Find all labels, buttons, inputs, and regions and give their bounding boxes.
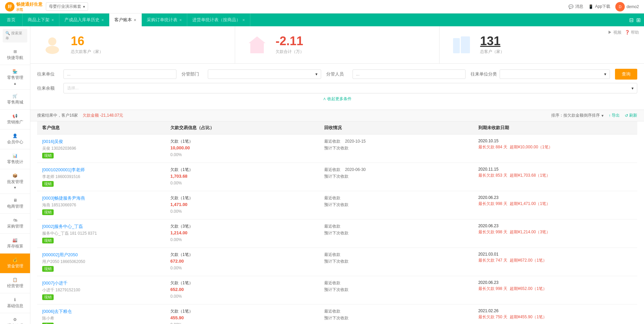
recovery-cell-3: 最近收款 预计下次收款 xyxy=(324,195,478,208)
brand-name: 畅捷通好生意 示范 xyxy=(16,1,43,12)
sidebar-item-quick-nav[interactable]: ⊞ 快捷导航 xyxy=(0,45,30,65)
tab-purchase-stats[interactable]: 进货单统计表（按商品） ✕ xyxy=(187,13,250,26)
next-payment-3: 预计下次收款 xyxy=(324,202,478,208)
result-bar: 搜索结果中，客户16家 欠款金额 -21,148.07元 排序：按欠款金额倒序排… xyxy=(30,110,644,121)
tab-goods-on-off[interactable]: 商品上下架 ✕ xyxy=(23,13,59,26)
dept-select[interactable]: ▾ xyxy=(208,69,321,79)
table-area: 客户信息 欠款交易信息（占比） 回收情况 到期未收款日期 [0016]吴俊 吴俊… xyxy=(30,121,644,324)
ecommerce-icon: 🖥 xyxy=(13,198,17,203)
recovery-cell-4: 最近收款 预计下次收款 xyxy=(324,224,478,236)
sidebar-item-marketing[interactable]: 📢 营销推广 xyxy=(0,110,30,129)
tab-purchase-close[interactable]: ✕ xyxy=(179,18,182,22)
sidebar-item-base-info[interactable]: ℹ 基础信息 xyxy=(0,293,30,313)
recovery-cell-7: 最近收款 预计下次收款 xyxy=(324,308,478,321)
debt-amount-icon xyxy=(245,33,269,57)
member-label: 会员中心 xyxy=(7,139,23,145)
latest-payment-5: 最近收款 xyxy=(324,252,478,258)
export-label: 导出 xyxy=(612,113,620,118)
due-date-1: 2020.10.15 xyxy=(478,139,632,143)
customer-cell-1: [0016]吴俊 吴俊 13026203696 现销 xyxy=(42,139,170,158)
sidebar-item-inventory[interactable]: 🏭 库存核算 xyxy=(0,234,30,254)
customer-name-1[interactable]: [0016]吴俊 xyxy=(42,139,170,145)
sidebar-item-member[interactable]: 👤 会员中心 xyxy=(0,129,30,149)
recovery-cell-2: 最近收款 2020-06-30 预计下次收款 xyxy=(324,167,478,179)
sidebar-item-wholesale[interactable]: 📦 批发管理 ▼ xyxy=(0,169,30,194)
customer-tag-4: 现销 xyxy=(42,238,54,243)
customer-name-2[interactable]: [00010200001]李老师 xyxy=(42,167,170,173)
sort-selector[interactable]: 排序：按欠款金额倒序排序 ▾ xyxy=(551,113,604,118)
biz-mgmt-icon: 📋 xyxy=(12,277,18,282)
tab-fullscreen-icon[interactable]: ⊞ xyxy=(636,17,641,23)
person-input[interactable]: ... xyxy=(353,69,466,79)
app-download-label: App下载 xyxy=(595,4,610,9)
sidebar-item-biz-mgmt[interactable]: 📋 经营管理 xyxy=(0,273,30,293)
total-customers-number: 131 xyxy=(480,35,634,47)
sidebar-item-system[interactable]: ⚙ 系统管理 xyxy=(0,313,30,324)
customer-phone-5: 用户2050 18665062050 xyxy=(42,259,170,265)
stat-debt-customers: 16 总欠款客户（家） xyxy=(30,26,235,63)
customer-tag-1: 现销 xyxy=(42,153,54,158)
customer-name-6[interactable]: [0007]小进千 xyxy=(42,280,170,286)
table-header: 客户信息 欠款交易信息（占比） 回收情况 到期未收款日期 xyxy=(37,121,637,135)
marketing-label: 营销推广 xyxy=(7,119,23,125)
customer-tag-3: 现销 xyxy=(42,209,54,215)
collapse-button[interactable]: ∧ 收起更多条件 xyxy=(37,93,637,105)
store-arrow: ▾ xyxy=(83,4,85,9)
tab-goods-close[interactable]: ✕ xyxy=(51,18,54,22)
query-button[interactable]: 查询 xyxy=(615,69,637,80)
store-selector[interactable]: 母婴行业演示账套 ▾ xyxy=(46,2,88,11)
video-btn[interactable]: ▶ 视频 xyxy=(608,30,621,35)
debt-ratio-3: 0.00% xyxy=(170,209,324,214)
app-download-btn[interactable]: 📱 App下载 xyxy=(588,4,610,9)
sidebar-item-retail-stats[interactable]: 📊 零售统计 xyxy=(0,149,30,169)
sidebar: 🔍 搜索菜单 ⊞ 快捷导航 🏪 零售管理 ▲ 🛒 零售商城 📢 营销推广 👤 会… xyxy=(0,26,30,324)
tab-stats-close[interactable]: ✕ xyxy=(242,18,245,22)
sidebar-item-purchase[interactable]: 🛍 采购管理 xyxy=(0,214,30,234)
tab-product-history[interactable]: 产成品入库单历史 ✕ xyxy=(59,13,109,26)
stats-header: 16 总欠款客户（家） -2.11 欠款合计（万） xyxy=(30,26,644,64)
customer-name-3[interactable]: [0003]畅捷服务尹海燕 xyxy=(42,195,170,201)
sidebar-search[interactable]: 🔍 搜索菜单 xyxy=(0,26,30,45)
due-date-5: 2021.03.01 xyxy=(478,252,632,257)
latest-payment-4: 最近收款 xyxy=(324,224,478,229)
tab-purchase-order[interactable]: 采购订单统计表 ✕ xyxy=(142,13,187,26)
source-category-select[interactable]: ▾ xyxy=(500,69,610,79)
filter-row-2: 往来余额 选择... ▾ xyxy=(37,83,637,93)
balance-select[interactable]: 选择... ▾ xyxy=(63,83,637,93)
tab-customer-account[interactable]: 客户账本 ✕ xyxy=(109,13,142,26)
sidebar-item-ecommerce[interactable]: 🖥 电商管理 xyxy=(0,194,30,214)
retail-stats-icon: 📊 xyxy=(12,153,18,158)
refresh-button[interactable]: ↺ 刷新 xyxy=(625,113,637,118)
help-btn[interactable]: ❓ 帮助 xyxy=(625,30,639,35)
tab-product-close[interactable]: ✕ xyxy=(101,18,104,22)
debt-count-7: 欠款（1笔） xyxy=(170,308,324,314)
sidebar-item-retail-mgmt[interactable]: 🏪 零售管理 ▲ xyxy=(0,65,30,90)
recovery-cell-6: 最近收款 预计下次收款 xyxy=(324,280,478,293)
result-search-label: 搜索结果中，客户16家 xyxy=(37,113,78,118)
sidebar-search-box[interactable]: 🔍 搜索菜单 xyxy=(3,29,27,42)
customer-cell-5: [000002]用户2050 用户2050 18665062050 现销 xyxy=(42,252,170,272)
tab-minimize-icon[interactable]: ⊟ xyxy=(629,17,634,23)
debt-amount-3: 1,471.00 xyxy=(170,202,324,207)
tab-customer-close[interactable]: ✕ xyxy=(134,18,136,22)
biz-mgmt-label: 经营管理 xyxy=(7,283,23,289)
due-date-7: 2021.02.26 xyxy=(478,308,632,313)
sidebar-item-retail-mall[interactable]: 🛒 零售商城 xyxy=(0,90,30,110)
app-icon: 📱 xyxy=(588,4,593,9)
debt-amount-info: -2.11 欠款合计（万） xyxy=(276,35,429,55)
customer-phone-6: 小进千 18279152100 xyxy=(42,287,170,293)
debt-ratio-7: 0.00% xyxy=(170,322,324,324)
debt-amount-2: 1,703.68 xyxy=(170,174,324,179)
sidebar-item-finance[interactable]: 💰 资金管理 xyxy=(0,254,30,273)
customer-name-7[interactable]: [0006]去下粮仓 xyxy=(42,308,170,315)
message-btn[interactable]: 💬 消息 xyxy=(568,4,583,9)
tab-home[interactable]: 首页 xyxy=(0,13,23,26)
tab-bar-end: ⊟ ⊞ xyxy=(626,17,644,23)
debt-customers-label: 总欠款客户（家） xyxy=(71,49,225,55)
export-button[interactable]: ↑ 导出 xyxy=(609,113,620,118)
filter-row-1: 往来单位 ... 分管部门 ▾ 分管人员 ... xyxy=(37,69,637,80)
user-profile[interactable]: D demo2 xyxy=(615,2,639,11)
customer-name-4[interactable]: [0002]服务中心_丁磊 xyxy=(42,224,170,230)
source-unit-input[interactable]: ... xyxy=(63,69,176,79)
customer-name-5[interactable]: [000002]用户2050 xyxy=(42,252,170,258)
